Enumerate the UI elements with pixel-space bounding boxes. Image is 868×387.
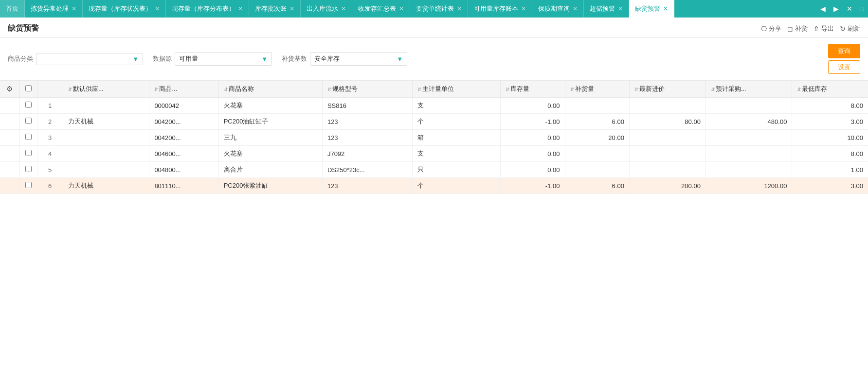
tab-close-4[interactable]: ✕ bbox=[289, 5, 294, 12]
tab-item-4[interactable]: 库存批次账✕ bbox=[249, 0, 301, 18]
tab-item-10[interactable]: 超储预警✕ bbox=[584, 0, 629, 18]
th-est-purchase[interactable]: ⇵预计采购... bbox=[705, 81, 792, 98]
tab-item-0[interactable]: 首页 bbox=[0, 0, 25, 18]
refresh-button[interactable]: ↻ 刷新 bbox=[840, 24, 860, 33]
tab-item-11[interactable]: 缺货预警✕ bbox=[629, 0, 674, 18]
sort-icon-stock: ⇵ bbox=[506, 87, 509, 92]
td-checkbox-2[interactable] bbox=[19, 130, 37, 146]
td-spec-3: J7092 bbox=[322, 146, 412, 162]
tab-item-3[interactable]: 现存量（库存分布表）✕ bbox=[166, 0, 249, 18]
td-checkbox-4[interactable] bbox=[19, 162, 37, 178]
th-default-supplier[interactable]: ⇵默认供应... bbox=[63, 81, 149, 98]
refresh-icon: ↻ bbox=[840, 25, 846, 33]
tab-next-button[interactable]: ▶ bbox=[830, 0, 843, 18]
gear-icon[interactable]: ⚙ bbox=[6, 85, 13, 93]
sort-icon-est-purchase: ⇵ bbox=[711, 87, 715, 92]
td-supplier-1: 力天机械 bbox=[63, 114, 149, 130]
th-unit[interactable]: ⇵主计量单位 bbox=[412, 81, 501, 98]
replenish-base-filter-group: 补货基数 安全库存 ▼ bbox=[282, 52, 407, 66]
tab-close-11[interactable]: ✕ bbox=[663, 5, 668, 12]
tab-close-1[interactable]: ✕ bbox=[72, 5, 76, 12]
tab-close-2[interactable]: ✕ bbox=[155, 5, 160, 12]
datasource-select[interactable]: 可用量 ▼ bbox=[175, 52, 272, 66]
tab-close-7[interactable]: ✕ bbox=[457, 5, 462, 12]
tab-close-5[interactable]: ✕ bbox=[341, 5, 346, 12]
row-checkbox-4[interactable] bbox=[25, 166, 32, 172]
category-select[interactable]: ▼ bbox=[36, 53, 143, 65]
query-button[interactable]: 查询 bbox=[828, 44, 860, 58]
td-product-code-3: 004600... bbox=[149, 146, 218, 162]
tab-item-9[interactable]: 保质期查询✕ bbox=[532, 0, 584, 18]
th-product-name[interactable]: ⇵商品名称 bbox=[218, 81, 322, 98]
tab-close-3[interactable]: ✕ bbox=[238, 5, 243, 12]
tab-label-2: 现存量（库存状况表） bbox=[89, 4, 152, 13]
td-supplier-3 bbox=[63, 146, 149, 162]
td-latest-price-3 bbox=[629, 146, 705, 162]
tab-item-7[interactable]: 要货单统计表✕ bbox=[410, 0, 468, 18]
td-checkbox-0[interactable] bbox=[19, 98, 37, 114]
table-header-row: ⚙ ⇵默认供应... ⇵商品... ⇵商品名称 ⇵规格型号 ⇵主计量单位 ⇵库存… bbox=[0, 81, 868, 98]
th-checkbox[interactable] bbox=[19, 81, 37, 98]
replenish-base-select[interactable]: 安全库存 ▼ bbox=[310, 52, 407, 66]
row-checkbox-0[interactable] bbox=[25, 102, 32, 108]
tab-label-5: 出入库流水 bbox=[307, 4, 338, 13]
row-checkbox-5[interactable] bbox=[25, 182, 32, 188]
td-settings-1 bbox=[0, 114, 19, 130]
datasource-arrow-icon: ▼ bbox=[261, 55, 268, 63]
datasource-label: 数据源 bbox=[153, 54, 172, 63]
tab-item-6[interactable]: 收发存汇总表✕ bbox=[352, 0, 410, 18]
td-est-purchase-5: 1200.00 bbox=[705, 178, 792, 194]
replenish-button[interactable]: ◻ 补货 bbox=[787, 24, 808, 33]
tab-close-10[interactable]: ✕ bbox=[618, 5, 623, 12]
tab-label-0: 首页 bbox=[6, 4, 18, 13]
page-header: 缺货预警 ⎔ 分享 ◻ 补货 ⇧ 导出 ↻ 刷新 bbox=[0, 18, 868, 38]
row-checkbox-1[interactable] bbox=[25, 118, 32, 124]
replenish-base-arrow-icon: ▼ bbox=[397, 55, 403, 63]
td-settings-0 bbox=[0, 98, 19, 114]
th-replenish-qty[interactable]: ⇵补货量 bbox=[565, 81, 629, 98]
tab-close-6[interactable]: ✕ bbox=[399, 5, 404, 12]
td-product-name-2: 三九 bbox=[218, 130, 322, 146]
td-min-stock-3: 8.00 bbox=[792, 146, 868, 162]
share-button[interactable]: ⎔ 分享 bbox=[761, 24, 781, 33]
td-stock-2: 0.00 bbox=[501, 130, 565, 146]
td-est-purchase-1: 480.00 bbox=[705, 114, 792, 130]
td-checkbox-5[interactable] bbox=[19, 178, 37, 194]
th-spec[interactable]: ⇵规格型号 bbox=[322, 81, 412, 98]
row-checkbox-3[interactable] bbox=[25, 150, 32, 156]
td-settings-4 bbox=[0, 162, 19, 178]
replenish-icon: ◻ bbox=[787, 25, 793, 33]
tab-close-8[interactable]: ✕ bbox=[521, 5, 526, 12]
td-product-code-5: 801110... bbox=[149, 178, 218, 194]
th-min-stock[interactable]: ⇵最低库存 bbox=[792, 81, 868, 98]
table-row: 3 004200... 三九 123 箱 0.00 20.00 10.00 bbox=[0, 130, 868, 146]
settings-button[interactable]: 设置 bbox=[828, 60, 860, 74]
datasource-select-value: 可用量 bbox=[179, 54, 257, 63]
tab-label-4: 库存批次账 bbox=[255, 4, 287, 13]
tab-item-2[interactable]: 现存量（库存状况表）✕ bbox=[83, 0, 166, 18]
export-button[interactable]: ⇧ 导出 bbox=[814, 24, 834, 33]
th-latest-price[interactable]: ⇵最新进价 bbox=[629, 81, 705, 98]
td-stock-0: 0.00 bbox=[501, 98, 565, 114]
tab-item-8[interactable]: 可用量库存账本✕ bbox=[468, 0, 532, 18]
td-stock-5: -1.00 bbox=[501, 178, 565, 194]
td-checkbox-3[interactable] bbox=[19, 146, 37, 162]
tab-prev-button[interactable]: ◀ bbox=[816, 0, 830, 18]
th-stock[interactable]: ⇵库存量 bbox=[501, 81, 565, 98]
tab-minimize-button[interactable]: □ bbox=[856, 0, 868, 18]
tab-item-5[interactable]: 出入库流水✕ bbox=[301, 0, 352, 18]
th-product-code[interactable]: ⇵商品... bbox=[149, 81, 218, 98]
tab-item-1[interactable]: 拣货异常处理✕ bbox=[25, 0, 83, 18]
td-latest-price-5: 200.00 bbox=[629, 178, 705, 194]
row-checkbox-2[interactable] bbox=[25, 134, 32, 140]
replenish-base-select-value: 安全库存 bbox=[314, 54, 393, 63]
th-settings[interactable]: ⚙ bbox=[0, 81, 19, 98]
td-checkbox-1[interactable] bbox=[19, 114, 37, 130]
td-num-1: 2 bbox=[37, 114, 63, 130]
select-all-checkbox[interactable] bbox=[25, 85, 32, 91]
table-row: 1 0000042 火花塞 SS816 支 0.00 8.00 bbox=[0, 98, 868, 114]
tab-nav-buttons: ◀ ▶ ✕ □ bbox=[816, 0, 868, 18]
sort-icon-replenish-qty: ⇵ bbox=[570, 87, 574, 92]
tab-close-9[interactable]: ✕ bbox=[573, 5, 578, 12]
tab-close-all-button[interactable]: ✕ bbox=[843, 0, 856, 18]
